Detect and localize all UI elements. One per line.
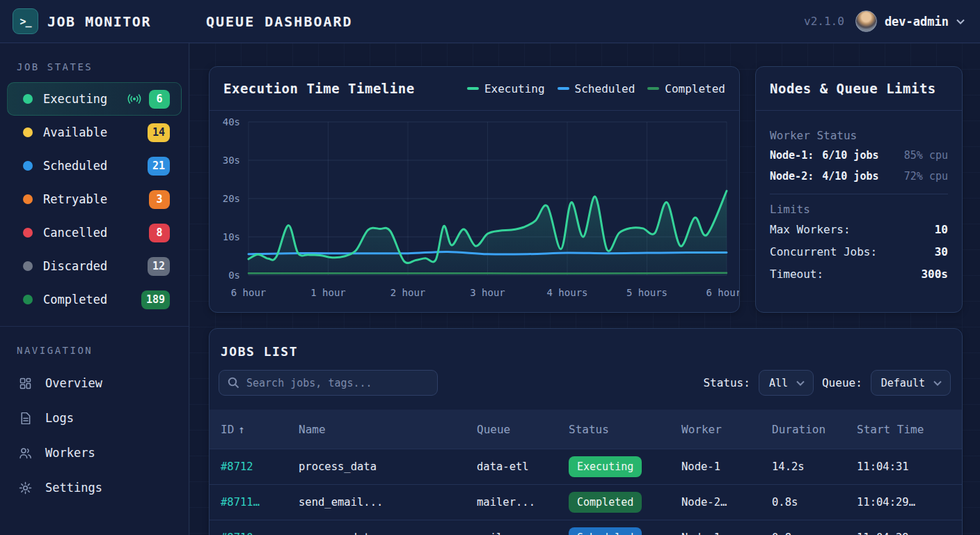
status-filter-select[interactable]: All [759,370,814,396]
queue-filter-value: Default [881,377,925,389]
job-start-cell: 11:04:31 [857,460,962,473]
status-filter-value: All [769,377,788,389]
sidebar-state-retryable[interactable]: Retryable 3 [7,183,182,216]
chevron-down-icon [956,19,965,24]
sidebar: JOB STATES Executing 6 Available 14 Sche… [0,43,189,535]
job-status-cell: Executing [569,456,681,477]
table-row[interactable]: #8712 process_data data-etl Executing No… [210,449,962,484]
state-count-badge: 3 [149,190,170,209]
column-header-name: Name [299,423,477,436]
workers-icon [18,446,33,460]
y-axis-tick: 10s [223,231,240,242]
job-name-cell: process_data [299,460,477,473]
chevron-down-icon [796,380,805,386]
app-brand: >_ JOB MONITOR [0,8,189,34]
nav-label: Settings [45,481,102,495]
column-header-start-time: Start Time [857,423,962,436]
jobs-search-box[interactable] [219,370,438,396]
column-header-status: Status [569,423,681,436]
nav-label: Workers [45,446,95,460]
sort-asc-icon[interactable]: ↑ [238,423,245,436]
node-name: Node-2: [770,170,814,183]
queue-filter-label: Queue: [822,376,862,389]
user-menu[interactable]: dev-admin [855,10,965,32]
terminal-icon: >_ [13,8,38,34]
sidebar-state-available[interactable]: Available 14 [7,116,182,149]
job-start-cell: 11:04:29 [857,532,962,535]
state-label: Cancelled [43,226,149,240]
worker-status-list: Node-1:6/10 jobs85% cpuNode-2:4/10 jobs7… [770,149,948,183]
version-label: v2.1.0 [804,15,844,28]
job-id-link[interactable]: #8711… [221,496,299,509]
job-worker-cell: Node-1 [681,532,772,535]
y-axis-tick: 40s [223,116,240,127]
table-row[interactable]: #8711… send_email... mailer... Completed… [210,484,962,520]
column-header-id[interactable]: ID↑ [221,423,299,436]
y-axis-tick: 30s [223,155,240,166]
sidebar-state-discarded[interactable]: Discarded 12 [7,249,182,283]
job-queue-cell: data-etl [477,460,569,473]
page-title: QUEUE DASHBOARD [189,13,353,30]
sidebar-item-overview[interactable]: Overview [7,366,182,401]
x-axis-tick: 5 hours [626,287,667,298]
sidebar-item-settings[interactable]: Settings [7,470,182,505]
sidebar-item-logs[interactable]: Logs [7,401,182,435]
completed-line [248,273,727,274]
state-count-badge: 21 [148,157,170,176]
x-axis-tick: 6 hours [706,287,739,298]
job-id-link[interactable]: #8712 [221,460,299,473]
legend-item-executing[interactable]: Executing [467,82,545,95]
state-dot-icon [23,295,33,304]
legend-dash-icon [558,87,569,90]
node-cpu: 85% cpu [904,149,948,162]
status-filter-label: Status: [703,376,750,389]
limits-list: Max Workers:10Concurrent Jobs:30Timeout:… [770,223,948,281]
sidebar-state-completed[interactable]: Completed 189 [7,283,182,316]
node-jobs: 4/10 jobs [822,170,878,183]
jobs-list-card: JOBS LIST Status: All Queue: Default ID↑… [209,328,963,535]
node-jobs: 6/10 jobs [822,149,878,162]
job-id-link[interactable]: #8710 [221,532,299,535]
job-worker-cell: Node-2… [681,496,772,509]
execution-timeline-chart: 0s10s20s30s40s6 hour1 hour2 hour3 hour4 … [210,111,739,311]
table-row[interactable]: #8710 process_data mailer Scheduled Node… [210,520,962,535]
sidebar-item-workers[interactable]: Workers [7,435,182,470]
legend-dash-icon [467,87,479,90]
worker-status-heading: Worker Status [770,129,948,142]
avatar[interactable] [855,10,877,32]
state-count-badge: 14 [148,123,170,142]
live-broadcast-icon [126,93,143,104]
job-duration-cell: 0.8s [772,532,857,535]
sidebar-state-cancelled[interactable]: Cancelled 8 [7,216,182,249]
y-axis-tick: 0s [228,270,240,281]
state-label: Retryable [43,192,149,206]
state-count-badge: 6 [149,90,170,109]
limits-heading: Limits [770,203,948,216]
job-worker-cell: Node-1 [681,460,772,473]
job-states-list: Executing 6 Available 14 Scheduled [0,82,189,316]
job-start-cell: 11:04:29… [857,496,962,509]
state-count-badge: 12 [148,257,170,276]
node-name: Node-1: [770,149,814,162]
sidebar-state-scheduled[interactable]: Scheduled 21 [7,149,182,183]
nodes-divider [770,194,948,194]
search-input[interactable] [246,377,429,389]
node-cpu: 72% cpu [904,170,948,183]
job-status-cell: Completed [569,492,681,513]
chart-legend: ExecutingScheduledCompleted [467,82,725,95]
nodes-card-title: Nodes & Queue Limits [770,81,936,96]
limit-row: Max Workers:10 [770,223,948,236]
x-axis-tick: 6 hour [231,287,267,298]
worker-status-row: Node-2:4/10 jobs72% cpu [770,170,948,183]
chevron-down-icon [933,380,942,386]
sidebar-state-executing[interactable]: Executing 6 [7,82,182,116]
x-axis-tick: 2 hour [390,287,426,298]
legend-item-completed[interactable]: Completed [647,82,725,95]
legend-item-scheduled[interactable]: Scheduled [558,82,635,95]
search-icon [228,377,239,389]
column-header-worker: Worker [681,423,772,436]
navigation-heading: NAVIGATION [0,327,189,366]
settings-icon [18,481,33,495]
queue-filter-select[interactable]: Default [871,370,951,396]
chart-title: Execution Time Timeline [223,81,415,96]
